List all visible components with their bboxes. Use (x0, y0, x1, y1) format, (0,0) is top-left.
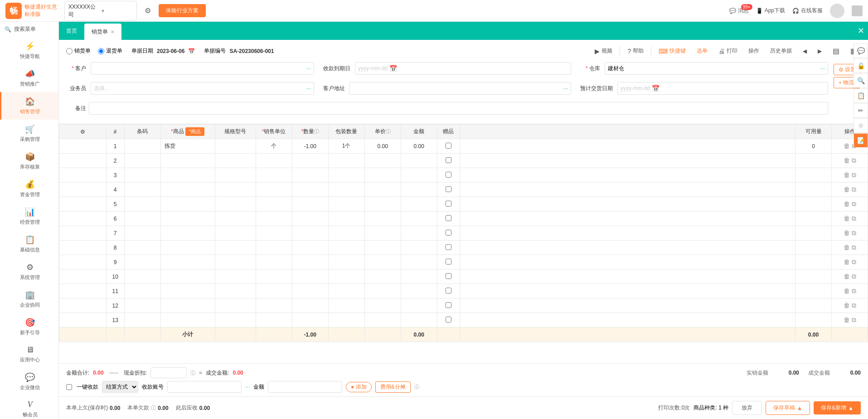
print-btn[interactable]: 🖨 打印 (715, 46, 741, 56)
next-btn[interactable]: ▶ (814, 47, 825, 56)
save-draft-button[interactable]: 保存草稿 ▲ (766, 401, 810, 415)
calendar2-icon[interactable]: 📅 (389, 65, 397, 72)
row-gift[interactable] (437, 284, 460, 299)
tab-sales-order[interactable]: 销货单 ✕ (84, 24, 121, 40)
rf-btn-4[interactable]: 📋 (853, 88, 868, 103)
delete-row-icon[interactable]: 🗑 (844, 229, 850, 237)
copy-row-icon[interactable]: ⧉ (852, 287, 856, 295)
delete-row-icon[interactable]: 🗑 (844, 171, 850, 179)
calendar-icon[interactable]: 📅 (188, 48, 195, 54)
payment-method-select[interactable]: 结算方式 (102, 381, 138, 393)
row-price[interactable] (364, 255, 401, 270)
radio-return[interactable]: 退货单 (98, 47, 122, 55)
shortcut-btn[interactable]: ⌨ 快捷键 (655, 46, 689, 56)
sidebar-item-purchase[interactable]: 🛒 采购管理 (0, 120, 58, 147)
row-spec[interactable] (215, 139, 256, 154)
save-new-button[interactable]: 保存&新增 ▲ (814, 401, 861, 414)
row-qty[interactable] (292, 154, 328, 168)
copy-row-icon[interactable]: ⧉ (852, 258, 856, 266)
delete-row-icon[interactable]: 🗑 (844, 244, 850, 251)
row-price[interactable] (364, 212, 401, 226)
more-icon[interactable]: ··· (306, 65, 311, 72)
row-spec[interactable] (215, 197, 256, 212)
row-product[interactable] (160, 183, 215, 197)
row-qty[interactable]: -1.00 (292, 139, 328, 154)
row-price[interactable] (364, 154, 401, 168)
row-barcode[interactable] (124, 139, 160, 154)
rf-btn-5[interactable]: ✏ (853, 103, 868, 118)
radio-sales[interactable]: 销货单 (66, 47, 91, 55)
delete-row-icon[interactable]: 🗑 (844, 215, 850, 222)
rf-btn-7[interactable]: 📝 (853, 133, 868, 148)
sidebar-search[interactable]: 🔍 搜索菜单 (0, 22, 58, 37)
row-barcode[interactable] (124, 168, 160, 183)
one-click-pay-checkbox[interactable] (66, 384, 72, 390)
row-price[interactable] (364, 226, 401, 241)
row-gift[interactable] (437, 168, 460, 183)
row-product[interactable] (160, 241, 215, 255)
addr-more-icon[interactable]: ··· (563, 85, 568, 92)
expected-date-input[interactable]: yyyy-mm-dd 📅 (617, 82, 828, 95)
row-barcode[interactable] (124, 197, 160, 212)
sidebar-item-apps[interactable]: 🖥 应用中心 (0, 341, 58, 368)
row-qty[interactable] (292, 299, 328, 313)
delete-row-icon[interactable]: 🗑 (844, 316, 850, 324)
sidebar-item-operations[interactable]: 📊 经营管理 (0, 202, 58, 230)
discard-button[interactable]: 放弃 (732, 401, 762, 415)
rf-btn-2[interactable]: 🔒 (853, 58, 868, 73)
payment-due-input[interactable]: yyyy-mm-dd 📅 (355, 62, 571, 75)
row-barcode[interactable] (124, 299, 160, 313)
salesperson-more-icon[interactable]: ··· (306, 85, 311, 92)
sidebar-item-system[interactable]: ⚙ 系统管理 (0, 258, 58, 285)
row-spec[interactable] (215, 212, 256, 226)
row-gift[interactable] (437, 241, 460, 255)
rf-btn-1[interactable]: 💬 (853, 43, 868, 58)
sidebar-item-wechat[interactable]: 💬 企业微信 (0, 368, 58, 395)
sidebar-item-sales[interactable]: 🏠 销售管理 (0, 92, 58, 120)
delete-row-icon[interactable]: 🗑 (844, 200, 850, 208)
prev-btn[interactable]: ◀ (799, 47, 810, 56)
sidebar-item-enterprise[interactable]: 🏢 企业协同 (0, 285, 58, 313)
row-price[interactable] (364, 241, 401, 255)
message-button[interactable]: 💬 消息 99+ (729, 7, 749, 14)
sidebar-item-finance[interactable]: 💰 资金管理 (0, 175, 58, 202)
rf-btn-3[interactable]: 🔍 (853, 73, 868, 88)
row-product[interactable] (160, 270, 215, 284)
rf-btn-6[interactable]: ☆ (853, 118, 868, 133)
sidebar-item-marketing[interactable]: 📣 营销推广 (0, 64, 58, 92)
row-product[interactable] (160, 299, 215, 313)
settings-icon[interactable]: ⚙ (141, 4, 155, 18)
row-product[interactable] (160, 255, 215, 270)
row-price[interactable] (364, 168, 401, 183)
row-qty[interactable] (292, 183, 328, 197)
row-product[interactable] (160, 197, 215, 212)
sidebar-item-inventory[interactable]: 📦 库存核算 (0, 147, 58, 175)
row-price[interactable] (364, 270, 401, 284)
row-spec[interactable] (215, 154, 256, 168)
row-qty[interactable] (292, 255, 328, 270)
calendar3-icon[interactable]: 📅 (652, 85, 659, 92)
delete-row-icon[interactable]: 🗑 (844, 302, 850, 309)
row-spec[interactable] (215, 183, 256, 197)
customer-input[interactable]: ··· (91, 62, 314, 75)
row-gift[interactable] (437, 212, 460, 226)
row-barcode[interactable] (124, 212, 160, 226)
delete-row-icon[interactable]: 🗑 (844, 142, 850, 150)
row-gift[interactable] (437, 154, 460, 168)
copy-row-icon[interactable]: ⧉ (852, 171, 856, 179)
warehouse-input[interactable]: 建材仓 ··· (605, 62, 828, 75)
row-gift[interactable] (437, 270, 460, 284)
copy-row-icon[interactable]: ⧉ (852, 157, 856, 164)
add-button[interactable]: ● 添加 (346, 382, 372, 392)
copy-row-icon[interactable]: ⧉ (852, 186, 856, 193)
online-service-button[interactable]: 🎧 在线客服 (792, 7, 823, 14)
row-barcode[interactable] (124, 313, 160, 327)
row-product[interactable] (160, 154, 215, 168)
trial-button[interactable]: 体验行业方案 (159, 4, 206, 17)
copy-row-icon[interactable]: ⧉ (852, 215, 856, 222)
row-qty[interactable] (292, 212, 328, 226)
row-gift[interactable] (437, 183, 460, 197)
row-price[interactable] (364, 299, 401, 313)
row-qty[interactable] (292, 284, 328, 299)
th-settings[interactable]: ⚙ (59, 125, 107, 139)
